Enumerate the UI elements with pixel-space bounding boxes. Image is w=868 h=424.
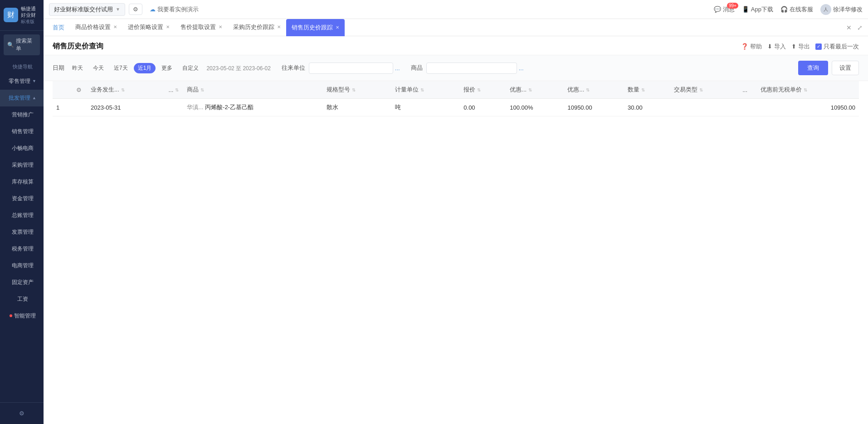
search-menu-button[interactable]: 🔍 搜索菜单 bbox=[4, 34, 40, 55]
date-more-btn[interactable]: 更多 bbox=[157, 63, 176, 73]
tax-label: 税务管理 bbox=[12, 245, 34, 253]
settings-button[interactable]: 设置 bbox=[832, 61, 859, 75]
tab-product-price[interactable]: 商品价格设置 ✕ bbox=[70, 19, 122, 36]
cell-pretax-price: 10950.00 bbox=[757, 99, 859, 116]
tab-sale-fetch[interactable]: 售价提取设置 ✕ bbox=[175, 19, 228, 36]
sidebar-item-sales[interactable]: 销售管理 bbox=[0, 123, 44, 140]
ecommerce-small-label: 小畅电商 bbox=[12, 145, 34, 152]
th-discount2-sortable[interactable]: 优惠... ⇅ bbox=[567, 86, 620, 94]
column-settings-icon[interactable]: ⚙ bbox=[74, 87, 83, 93]
query-button[interactable]: 查询 bbox=[798, 61, 828, 75]
th-price-sortable[interactable]: 报价 ⇅ bbox=[463, 86, 502, 94]
date-last1m-btn[interactable]: 近1月 bbox=[134, 63, 156, 73]
page-actions: ❓ 帮助 ⬇ 导入 ⬆ 导出 ✓ 只看最后一次 bbox=[741, 43, 859, 51]
sidebar-item-finance[interactable]: 资金管理 bbox=[0, 190, 44, 207]
import-label: 导入 bbox=[774, 43, 786, 51]
th-discount1-sortable[interactable]: 优惠... ⇅ bbox=[510, 86, 560, 94]
th-unit-sortable[interactable]: 计量单位 ⇅ bbox=[395, 86, 456, 94]
filter-actions: 查询 设置 bbox=[798, 61, 859, 75]
ledger-label: 总账管理 bbox=[12, 212, 34, 219]
date-yesterday-btn[interactable]: 昨天 bbox=[68, 63, 87, 73]
th-pretax-price-sortable[interactable]: 优惠前无税单价 ⇅ bbox=[761, 86, 855, 94]
sidebar-item-marketing[interactable]: 营销推广 bbox=[0, 106, 44, 123]
sidebar-item-ledger[interactable]: 总账管理 bbox=[0, 207, 44, 224]
online-service-button[interactable]: 🎧 在线客服 bbox=[780, 5, 813, 14]
app-download-button[interactable]: 📱 App下载 bbox=[742, 5, 773, 14]
sort-unit-icon: ⇅ bbox=[420, 87, 424, 92]
tab-maximize-window-button[interactable]: ⤢ bbox=[855, 23, 864, 32]
date-last7-btn[interactable]: 近7天 bbox=[110, 63, 132, 73]
tab-purchase-strategy-close-icon[interactable]: ✕ bbox=[166, 24, 170, 29]
export-link[interactable]: ⬆ 导出 bbox=[791, 43, 810, 51]
user-profile-button[interactable]: 人 徐泽华修改 bbox=[820, 4, 863, 15]
th-product-sortable[interactable]: 商品 ⇅ bbox=[187, 86, 320, 94]
th-spec-sortable[interactable]: 规格型号 ⇅ bbox=[327, 86, 388, 94]
sidebar-item-fixed-assets[interactable]: 固定资产 bbox=[0, 274, 44, 291]
th-product-label: 商品 bbox=[187, 86, 199, 94]
tab-purchase-history[interactable]: 采购历史价跟踪 ✕ bbox=[228, 19, 286, 36]
sidebar-item-salary[interactable]: 工资 bbox=[0, 291, 44, 308]
product-more-btn[interactable]: ... bbox=[519, 65, 524, 72]
chevron-icon: ▼ bbox=[32, 79, 36, 83]
th-more1-sortable[interactable]: ... ⇅ bbox=[169, 87, 180, 93]
th-discount1-label: 优惠... bbox=[510, 86, 527, 94]
sidebar-search-area: 🔍 搜索菜单 bbox=[0, 31, 44, 59]
topbar-gear-icon: ⚙ bbox=[133, 6, 138, 13]
message-icon: 💬 bbox=[714, 6, 721, 13]
th-more2-sortable[interactable]: ... bbox=[742, 87, 753, 93]
date-custom-btn[interactable]: 自定义 bbox=[178, 63, 203, 73]
th-trans-type-sortable[interactable]: 交易类型 ⇅ bbox=[674, 86, 735, 94]
tab-sale-history[interactable]: 销售历史价跟踪 ✕ bbox=[286, 19, 345, 36]
tab-sale-history-close-icon[interactable]: ✕ bbox=[336, 25, 339, 30]
tab-home[interactable]: 首页 bbox=[47, 19, 70, 36]
tab-purchase-history-close-icon[interactable]: ✕ bbox=[277, 24, 281, 29]
tab-close-window-button[interactable]: ✕ bbox=[844, 23, 853, 32]
th-date-sortable[interactable]: 业务发生... ⇅ bbox=[91, 86, 161, 94]
table-row[interactable]: 1 2023-05-31 华滇... 丙烯酸-2-乙基己酯 散水 吨 0.00 … bbox=[53, 99, 859, 116]
help-link[interactable]: ❓ 帮助 bbox=[741, 43, 762, 51]
sidebar-item-ecommerce-small[interactable]: 小畅电商 bbox=[0, 140, 44, 157]
sidebar-item-ecommerce[interactable]: 电商管理 bbox=[0, 257, 44, 274]
app-download-label: App下载 bbox=[751, 5, 773, 14]
topbar-settings-button[interactable]: ⚙ bbox=[129, 4, 142, 15]
sidebar-item-wholesale[interactable]: 批发管理 ▲ bbox=[0, 90, 44, 106]
th-qty-sortable[interactable]: 数量 ⇅ bbox=[628, 86, 667, 94]
tab-home-label: 首页 bbox=[53, 24, 64, 32]
tab-sale-fetch-close-icon[interactable]: ✕ bbox=[219, 24, 222, 29]
customer-input[interactable] bbox=[309, 63, 393, 74]
app-selector[interactable]: 好业财标准版交付试用 ▼ bbox=[49, 3, 125, 16]
cell-product: 华滇... 丙烯酸-2-乙基己酯 bbox=[183, 99, 323, 116]
customer-more-btn[interactable]: ... bbox=[395, 65, 400, 72]
sort-pretax-price-icon: ⇅ bbox=[804, 87, 807, 92]
inventory-label: 库存核算 bbox=[12, 178, 34, 186]
only-last-checkbox[interactable]: ✓ 只看最后一次 bbox=[815, 43, 859, 51]
export-icon: ⬆ bbox=[791, 43, 796, 50]
sidebar-item-tax[interactable]: 税务管理 bbox=[0, 241, 44, 257]
sidebar-item-inventory[interactable]: 库存核算 bbox=[0, 173, 44, 190]
product-input[interactable] bbox=[426, 63, 517, 74]
sidebar-settings-button[interactable]: ⚙ bbox=[4, 406, 40, 420]
messages-button[interactable]: 💬 消息 99+ bbox=[714, 5, 735, 14]
th-price: 报价 ⇅ bbox=[460, 81, 506, 99]
online-service-label: 在线客服 bbox=[790, 5, 813, 14]
sidebar-item-retail[interactable]: 零售管理 ▼ bbox=[0, 73, 44, 90]
sidebar-item-quicknav[interactable]: 快捷导航 bbox=[0, 61, 44, 73]
sidebar-item-invoice[interactable]: 发票管理 bbox=[0, 224, 44, 241]
th-unit-label: 计量单位 bbox=[395, 86, 419, 94]
tab-purchase-strategy[interactable]: 进价策略设置 ✕ bbox=[122, 19, 175, 36]
main-area: 好业财标准版交付试用 ▼ ⚙ ☁ 我要看实例演示 💬 消息 99+ 📱 App下… bbox=[44, 0, 868, 424]
import-link[interactable]: ⬇ 导入 bbox=[767, 43, 786, 51]
customer-filter-group: 往来单位 ... bbox=[282, 63, 400, 74]
tab-product-price-close-icon[interactable]: ✕ bbox=[113, 24, 117, 29]
date-today-btn[interactable]: 今天 bbox=[89, 63, 108, 73]
sort-date-icon: ⇅ bbox=[121, 87, 125, 92]
product-name: 丙烯酸-2-乙基己酯 bbox=[205, 104, 254, 111]
user-avatar: 人 bbox=[820, 4, 831, 15]
sidebar-item-smart[interactable]: 智能管理 bbox=[0, 308, 44, 324]
app-selector-chevron-icon: ▼ bbox=[116, 7, 120, 12]
demo-link[interactable]: ☁ 我要看实例演示 bbox=[150, 5, 199, 14]
topbar-right: 💬 消息 99+ 📱 App下载 🎧 在线客服 人 徐泽华修改 bbox=[714, 4, 863, 15]
sidebar-item-purchase[interactable]: 采购管理 bbox=[0, 157, 44, 173]
th-discount2-label: 优惠... bbox=[567, 86, 584, 94]
sort-discount1-icon: ⇅ bbox=[528, 87, 532, 92]
